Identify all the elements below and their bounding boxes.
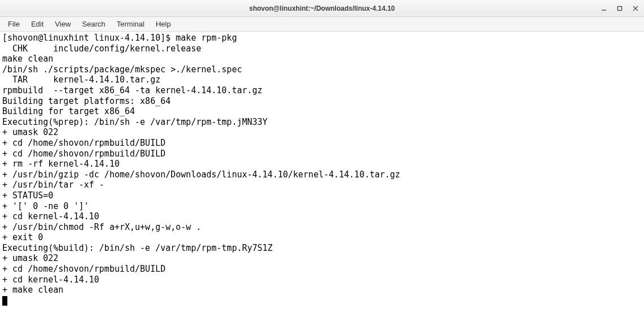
svg-rect-1 [618, 6, 622, 10]
titlebar: shovon@linuxhint:~/Downloads/linux-4.14.… [0, 0, 644, 17]
terminal-line: Building for target x86_64 [2, 106, 135, 116]
menu-view[interactable]: View [49, 18, 76, 30]
terminal-line: + /usr/bin/chmod -Rf a+rX,u+w,g-w,o-w . [2, 222, 201, 232]
terminal-line: [shovon@linuxhint linux-4.14.10]$ make r… [2, 33, 237, 43]
terminal-line: + cd kernel-4.14.10 [2, 211, 99, 221]
terminal-line: + exit 0 [2, 232, 43, 242]
terminal-line: + umask 022 [2, 127, 58, 137]
terminal-line: CHK include/config/kernel.release [2, 44, 201, 54]
terminal-line: Building target platforms: x86_64 [2, 96, 171, 106]
menubar: File Edit View Search Terminal Help [0, 17, 644, 32]
terminal-line: + '[' 0 -ne 0 ']' [2, 201, 89, 211]
terminal-line: Executing(%build): /bin/sh -e /var/tmp/r… [2, 243, 273, 253]
menu-terminal[interactable]: Terminal [111, 18, 150, 30]
terminal-line: make clean [2, 54, 53, 64]
terminal-line: + umask 022 [2, 253, 58, 263]
terminal-line: + rm -rf kernel-4.14.10 [2, 159, 120, 169]
menu-edit[interactable]: Edit [25, 18, 49, 30]
terminal-line: + cd /home/shovon/rpmbuild/BUILD [2, 149, 166, 159]
terminal-line: + STATUS=0 [2, 190, 53, 201]
terminal-output[interactable]: [shovon@linuxhint linux-4.14.10]$ make r… [0, 32, 644, 307]
menu-help[interactable]: Help [150, 18, 177, 30]
terminal-line: TAR kernel-4.14.10.tar.gz [2, 75, 160, 85]
terminal-line: + cd /home/shovon/rpmbuild/BUILD [2, 138, 166, 148]
terminal-line: + cd /home/shovon/rpmbuild/BUILD [2, 264, 166, 274]
minimize-button[interactable] [600, 5, 608, 12]
terminal-cursor [2, 296, 7, 306]
terminal-line: Executing(%prep): /bin/sh -e /var/tmp/rp… [2, 117, 268, 127]
window-controls [600, 5, 639, 12]
window-title: shovon@linuxhint:~/Downloads/linux-4.14.… [249, 5, 395, 12]
terminal-line: + /usr/bin/tar -xf - [2, 180, 105, 190]
maximize-button[interactable] [616, 5, 624, 12]
menu-search[interactable]: Search [76, 18, 111, 30]
terminal-line: rpmbuild --target x86_64 -ta kernel-4.14… [2, 85, 263, 95]
terminal-line: + /usr/bin/gzip -dc /home/shovon/Downloa… [2, 169, 400, 180]
terminal-line: + cd kernel-4.14.10 [2, 275, 99, 285]
terminal-line: + make clean [2, 285, 63, 295]
terminal-line: /bin/sh ./scripts/package/mkspec >./kern… [2, 64, 242, 75]
close-button[interactable] [632, 5, 639, 12]
menu-file[interactable]: File [2, 18, 25, 30]
